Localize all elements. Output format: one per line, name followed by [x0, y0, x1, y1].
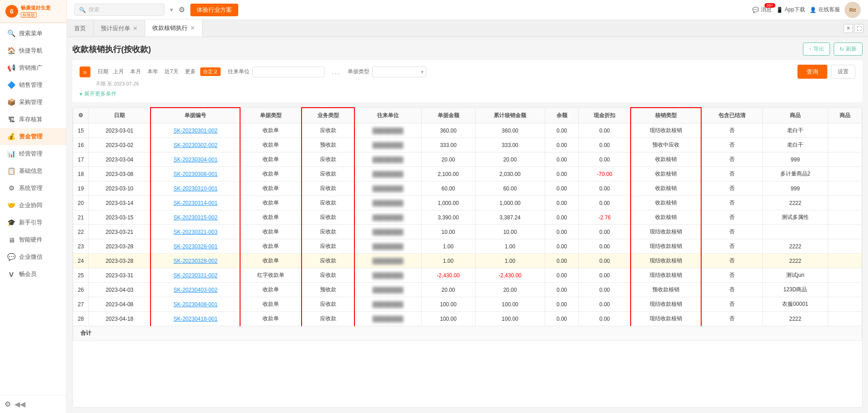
bottom-settings-icon[interactable]: ⚙: [5, 400, 11, 408]
filter-date-last-month[interactable]: 上月: [111, 67, 126, 76]
filter-bill-type-select[interactable]: [372, 66, 426, 77]
topbar: 🔍 搜索 ▾ ⚙ 体验行业方案 💬 消息 99+ 📱 App下载 👤 在线客服 …: [67, 0, 868, 20]
td-product: 123D商品: [762, 283, 828, 297]
tab-close-collection[interactable]: ✕: [190, 25, 195, 31]
solution-button[interactable]: 体验行业方案: [190, 4, 238, 16]
sidebar-item-quick[interactable]: 🏠 快捷导航: [0, 42, 66, 59]
td-counterparty: ████████: [354, 312, 421, 326]
td-bill-no[interactable]: SK-20230310-001: [151, 181, 240, 196]
sidebar-item-marketing[interactable]: 📢 营销推广: [0, 59, 66, 76]
filter-toggle-button[interactable]: »: [80, 66, 90, 77]
filter-date-this-year[interactable]: 本年: [146, 67, 160, 76]
filter-date-more[interactable]: 更多: [183, 67, 198, 76]
td-cash-discount: 0.00: [579, 297, 631, 312]
sidebar: 6 畅康道好生意 标推版 🔍 搜索菜单 🏠 快捷导航 📢 营销推广 🔷 销售管理…: [0, 0, 67, 413]
sidebar-item-guide[interactable]: 🎓 新手引导: [0, 214, 66, 231]
sidebar-item-purchase[interactable]: 📦 采购管理: [0, 94, 66, 111]
td-bill-no[interactable]: SK-20230314-001: [151, 196, 240, 210]
td-counterparty: ████████: [354, 138, 421, 152]
filter-expand-button[interactable]: ▾ 展开更多条件: [80, 90, 855, 98]
table-row: 17 2023-03-04 SK-20230304-001 收款单 应收款 ██…: [73, 152, 862, 167]
td-bill-no[interactable]: SK-20230308-001: [151, 167, 240, 181]
th-settings[interactable]: ⚙: [73, 108, 89, 123]
refresh-button[interactable]: ↻ 刷新: [834, 43, 863, 56]
topbar-gear-icon[interactable]: ⚙: [179, 5, 185, 14]
td-bill-no[interactable]: SK-20230328-002: [151, 254, 240, 268]
td-bill-no[interactable]: SK-20230331-002: [151, 268, 240, 283]
app-download-button[interactable]: 📱 App下载: [776, 6, 805, 14]
service-icon: 👤: [810, 7, 816, 13]
th-biz-type: 业务类型: [302, 108, 354, 123]
filter-date-custom[interactable]: 自定义: [200, 67, 221, 76]
tab-collection[interactable]: 收款核销执行 ✕: [145, 20, 203, 37]
td-bill-no[interactable]: SK-20230418-001: [151, 312, 240, 326]
td-bill-no[interactable]: SK-20230304-001: [151, 152, 240, 167]
td-bill-no[interactable]: SK-20230302-002: [151, 138, 240, 152]
td-date: 2023-03-01: [89, 123, 151, 138]
td-bill-no[interactable]: SK-20230321-003: [151, 225, 240, 239]
td-counterparty: ████████: [354, 268, 421, 283]
td-date: 2023-03-08: [89, 167, 151, 181]
td-bill-no[interactable]: SK-20230403-002: [151, 283, 240, 297]
sidebar-item-system[interactable]: ⚙ 系统管理: [0, 180, 66, 197]
info-icon: 📋: [7, 167, 15, 175]
td-product2: [828, 239, 862, 254]
td-bill-type: 收款单: [240, 152, 302, 167]
user-avatar[interactable]: Rit: [844, 2, 861, 18]
sidebar-item-member[interactable]: V 畅会员: [0, 266, 66, 283]
refresh-icon: ↻: [840, 46, 844, 52]
online-service-button[interactable]: 👤 在线客服: [810, 6, 840, 14]
sidebar-item-collab[interactable]: 🤝 企业协同: [0, 197, 66, 214]
sidebar-item-hardware[interactable]: 🖥 智能硬件: [0, 231, 66, 248]
tab-close-prepay[interactable]: ✕: [133, 25, 137, 32]
th-balance: 余额: [545, 108, 579, 123]
td-bill-no[interactable]: SK-20230301-002: [151, 123, 240, 138]
tab-home[interactable]: 首页: [67, 20, 94, 37]
td-has-settled: 否: [701, 167, 762, 181]
sidebar-item-operation[interactable]: 📊 经营管理: [0, 145, 66, 162]
chevron-down-icon: ▾: [80, 91, 82, 97]
topbar-search-box[interactable]: 🔍 搜索: [74, 4, 165, 16]
sidebar-item-inventory[interactable]: 🏗 库存核算: [0, 111, 66, 128]
sidebar-item-finance[interactable]: 💰 资金管理: [0, 128, 66, 145]
table-row: 26 2023-04-03 SK-20230403-002 收款单 预收款 ██…: [73, 283, 862, 297]
sidebar-item-wechat[interactable]: 💬 企业微信: [0, 248, 66, 266]
table-row: 22 2023-03-21 SK-20230321-003 收款单 应收款 ██…: [73, 225, 862, 239]
tab-prepay[interactable]: 预计应付单 ✕: [94, 20, 145, 37]
td-bill-type: 收款单: [240, 225, 302, 239]
filter-settings-button[interactable]: 设置: [831, 65, 855, 79]
close-window-button[interactable]: ✕: [844, 24, 853, 33]
td-write-off-type: 收款核销: [631, 167, 701, 181]
td-date: 2023-04-08: [89, 297, 151, 312]
td-cash-discount: 0.00: [579, 268, 631, 283]
td-amount: 100.00: [421, 312, 475, 326]
maximize-window-button[interactable]: ⛶: [854, 24, 863, 33]
sidebar-item-basic[interactable]: 📋 基础信息: [0, 162, 66, 180]
filter-date-this-month[interactable]: 本月: [128, 67, 143, 76]
topbar-dropdown-icon[interactable]: ▾: [170, 6, 173, 13]
filter-date-7days[interactable]: 近7天: [163, 67, 180, 76]
td-bill-type: 收款单: [240, 123, 302, 138]
th-cash-discount: 现金折扣: [579, 108, 631, 123]
finance-icon: 💰: [7, 133, 15, 141]
export-button[interactable]: ↑ 导出: [803, 43, 830, 56]
td-bill-no[interactable]: SK-20230408-001: [151, 297, 240, 312]
td-bill-no[interactable]: SK-20230315-002: [151, 210, 240, 225]
td-counterparty: ████████: [354, 181, 421, 196]
td-bill-type: 收款单: [240, 283, 302, 297]
td-amount: 1.00: [421, 254, 475, 268]
td-biz-type: 应收款: [302, 239, 354, 254]
td-product: 老白干: [762, 138, 828, 152]
td-biz-type: 应收款: [302, 297, 354, 312]
td-bill-no[interactable]: SK-20230328-001: [151, 239, 240, 254]
sidebar-item-search[interactable]: 🔍 搜索菜单: [0, 25, 66, 42]
td-cash-discount: 0.00: [579, 181, 631, 196]
collapse-icon[interactable]: ◀◀: [14, 400, 25, 408]
th-accum-amount: 累计核销金额: [475, 108, 545, 123]
query-button[interactable]: 查询: [797, 65, 827, 79]
sidebar-item-sales[interactable]: 🔷 销售管理: [0, 76, 66, 94]
td-has-settled: 否: [701, 254, 762, 268]
td-write-off-type: 现结收款核销: [631, 312, 701, 326]
td-amount: 1.00: [421, 239, 475, 254]
filter-counterparty-input[interactable]: [252, 66, 325, 77]
